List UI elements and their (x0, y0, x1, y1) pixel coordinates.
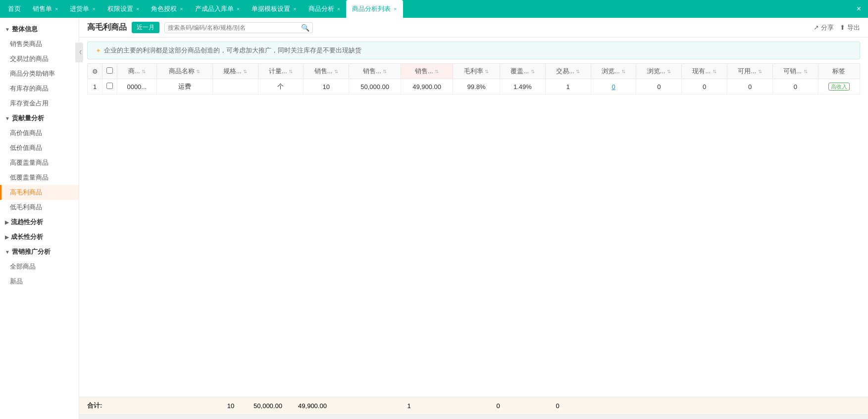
table-footer: 合计: 10 50,000.00 49,900.00 1 0 0 (79, 397, 868, 414)
sidebar-item-stock-funds[interactable]: 库存资金占用 (0, 96, 79, 111)
nav-close-purchase[interactable]: × (92, 6, 95, 12)
footer-current-stock: 0 (483, 402, 513, 410)
col-settings[interactable]: ⚙ (88, 64, 102, 79)
cell-sales-qty: 10 (304, 79, 349, 94)
search-box: 🔍 (164, 22, 313, 33)
sort-icon-4: ⇅ (289, 69, 293, 74)
col-checkbox[interactable] (102, 64, 117, 79)
sidebar-group-marketing[interactable]: ▼ 营销推广分析 (0, 244, 79, 259)
nav-sales-order[interactable]: 销售单 × (27, 0, 64, 18)
col-current-stock[interactable]: 现有... ⇅ (682, 64, 727, 79)
export-button[interactable]: ⬆ 导出 (840, 23, 860, 32)
sidebar-group-contribution[interactable]: ▼ 贡献量分析 (0, 111, 79, 126)
nav-close-analysis-list[interactable]: × (394, 6, 397, 12)
cell-transaction: 1 (545, 79, 591, 94)
arrow-down-icon-3: ▼ (5, 249, 10, 255)
nav-close-sales[interactable]: × (55, 6, 58, 12)
content-header: 高毛利商品 近一月 🔍 ↗ 分享 ⬆ 导出 (79, 18, 868, 38)
nav-close-inbound[interactable]: × (237, 6, 240, 12)
arrow-down-icon: ▼ (5, 27, 10, 32)
nav-product-analysis-list[interactable]: 商品分析列表 × (346, 0, 403, 18)
cell-available: 0 (727, 79, 773, 94)
search-input[interactable] (168, 24, 301, 31)
col-spec[interactable]: 规格... ⇅ (212, 64, 258, 79)
sidebar-item-in-stock-goods[interactable]: 有库存的商品 (0, 81, 79, 96)
sidebar-item-traded-goods[interactable]: 交易过的商品 (0, 51, 79, 66)
data-table: ⚙ 商... ⇅ 商品名称 ⇅ (87, 63, 860, 94)
cell-name: 运费 (156, 79, 212, 94)
col-browse2[interactable]: 浏览... ⇅ (636, 64, 682, 79)
sidebar-group-growth[interactable]: ▶ 成长性分析 (0, 230, 79, 244)
cell-sales-amount: 50,000.00 (349, 79, 401, 94)
sidebar-item-high-margin[interactable]: 高毛利商品 (0, 185, 79, 200)
col-name[interactable]: 商品名称 ⇅ (156, 64, 212, 79)
sort-icon-7: ⇅ (435, 69, 439, 74)
nav-close-template[interactable]: × (293, 6, 296, 12)
sidebar-item-low-coverage[interactable]: 低覆盖量商品 (0, 170, 79, 185)
col-browse1[interactable]: 浏览... ⇅ (591, 64, 636, 79)
col-tag[interactable]: 标签 (818, 64, 860, 79)
col-available[interactable]: 可用... ⇅ (727, 64, 773, 79)
sidebar-collapse-button[interactable]: 《 (75, 43, 83, 62)
sidebar-item-all-goods[interactable]: 全部商品 (0, 259, 79, 274)
cell-sales-profit: 49,900.00 (401, 79, 453, 94)
share-button[interactable]: ↗ 分享 (814, 23, 834, 32)
cell-checkbox[interactable] (102, 79, 117, 94)
nav-product-inbound[interactable]: 产成品入库单 × (189, 0, 246, 18)
sidebar-item-high-coverage[interactable]: 高覆盖量商品 (0, 155, 79, 170)
col-sales-profit[interactable]: 销售... ⇅ (401, 64, 453, 79)
col-sales-amount[interactable]: 销售... ⇅ (349, 64, 401, 79)
date-filter-button[interactable]: 近一月 (132, 22, 159, 33)
select-all-checkbox[interactable] (106, 67, 113, 74)
sort-icon-9: ⇅ (531, 69, 535, 74)
arrow-right-icon-2: ▶ (5, 234, 9, 240)
col-code[interactable]: 商... ⇅ (117, 64, 157, 79)
sort-icon-15: ⇅ (804, 69, 808, 74)
info-icon: ✦ (96, 47, 101, 54)
nav-doc-template[interactable]: 单据模板设置 × (246, 0, 302, 18)
nav-product-analysis[interactable]: 商品分析 × (303, 0, 346, 18)
search-icon[interactable]: 🔍 (301, 24, 309, 32)
col-sales-qty[interactable]: 销售... ⇅ (304, 64, 349, 79)
arrow-down-icon-2: ▼ (5, 116, 10, 121)
table-wrapper: ⚙ 商... ⇅ 商品名称 ⇅ (79, 63, 868, 397)
sort-icon-6: ⇅ (383, 69, 387, 74)
top-navigation: 首页 销售单 × 进货单 × 权限设置 × 角色授权 × 产成品入库单 × 单据… (0, 0, 868, 18)
nav-close-permission[interactable]: × (136, 6, 139, 12)
footer-sales-qty: 10 (216, 402, 246, 410)
nav-close-role[interactable]: × (180, 6, 183, 12)
nav-purchase-order[interactable]: 进货单 × (64, 0, 101, 18)
browse1-link[interactable]: 0 (612, 83, 615, 91)
nav-close-all-button[interactable]: × (852, 4, 866, 13)
sidebar-item-new-goods[interactable]: 新品 (0, 274, 79, 289)
sidebar-group-trend[interactable]: ▶ 流趋性分析 (0, 215, 79, 230)
arrow-right-icon: ▶ (5, 220, 9, 225)
footer-spacer-1 (127, 402, 216, 410)
tag-badge: 高收入 (828, 83, 850, 91)
sidebar-group-overall[interactable]: ▼ 整体信息 (0, 22, 79, 37)
nav-role-auth[interactable]: 角色授权 × (145, 0, 189, 18)
content-area: 高毛利商品 近一月 🔍 ↗ 分享 ⬆ 导出 ✦ 企业的主要的利润都是这部分商品创… (79, 18, 868, 419)
footer-sales-amount: 50,000.00 (246, 402, 290, 410)
col-transaction[interactable]: 交易... ⇅ (545, 64, 591, 79)
cell-unit: 个 (258, 79, 304, 94)
col-sellable[interactable]: 可销... ⇅ (772, 64, 818, 79)
col-unit[interactable]: 计量... ⇅ (258, 64, 304, 79)
nav-permission-settings[interactable]: 权限设置 × (102, 0, 145, 18)
horizontal-scrollbar[interactable] (79, 414, 868, 419)
sidebar-item-sales-goods[interactable]: 销售类商品 (0, 37, 79, 51)
sidebar-item-low-margin[interactable]: 低毛利商品 (0, 200, 79, 215)
cell-browse1[interactable]: 0 (591, 79, 636, 94)
sidebar-item-category-rate[interactable]: 商品分类助销率 (0, 66, 79, 81)
settings-icon[interactable]: ⚙ (92, 68, 98, 75)
nav-home[interactable]: 首页 (2, 0, 27, 18)
row-checkbox[interactable] (106, 83, 113, 89)
nav-close-analysis[interactable]: × (337, 6, 340, 12)
sidebar-item-low-value[interactable]: 低价值商品 (0, 140, 79, 155)
footer-spacer-2 (335, 402, 394, 410)
sidebar-item-high-value[interactable]: 高价值商品 (0, 126, 79, 140)
col-gross-margin[interactable]: 毛利率 ⇅ (453, 64, 500, 79)
col-coverage[interactable]: 覆盖... ⇅ (500, 64, 545, 79)
footer-label: 合计: (87, 401, 127, 410)
info-banner: ✦ 企业的主要的利润都是这部分商品创造的，可考虑加大推广，同时关注库存是不要出现… (87, 42, 860, 59)
